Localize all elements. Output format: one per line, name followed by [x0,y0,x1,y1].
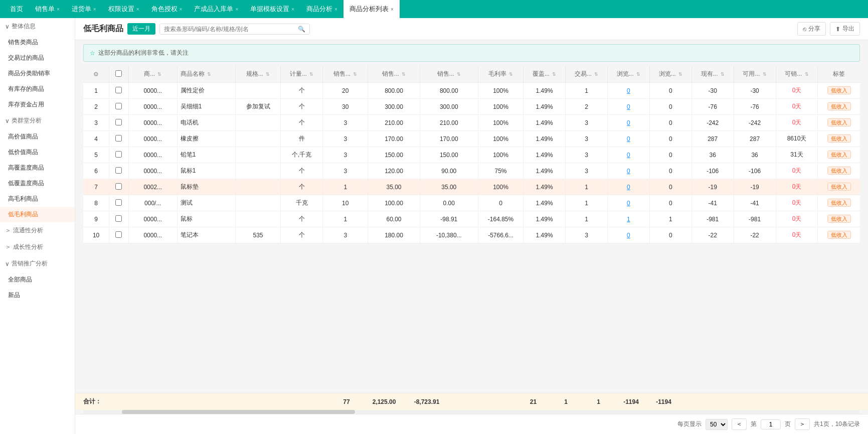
sidebar-item-new-goods[interactable]: 新品 [0,287,75,303]
th-view1[interactable]: 浏览... ⇅ [607,66,649,83]
search-input[interactable] [164,26,298,33]
th-sale2[interactable]: 销售... ⇅ [368,66,420,83]
view1-link[interactable]: 0 [627,119,630,126]
nav-roles[interactable]: 角色授权 × [145,0,189,18]
cell-view1[interactable]: 0 [607,83,649,99]
sidebar-item-low-coverage[interactable]: 低覆盖度商品 [0,176,75,191]
select-all-checkbox[interactable] [115,70,122,77]
row-checkbox[interactable] [115,103,122,109]
th-tag[interactable]: 标签 [818,66,860,83]
cell-checkbox[interactable] [109,83,129,99]
nav-permissions[interactable]: 权限设置 × [102,0,145,18]
nav-goods-analysis[interactable]: 商品分析 × [300,0,343,18]
th-curr[interactable]: 现有... ⇅ [691,66,734,83]
cell-checkbox[interactable] [109,227,129,243]
cell-checkbox[interactable] [109,147,129,163]
th-spec[interactable]: 规格... ⇅ [235,66,280,83]
th-unit[interactable]: 计量... ⇅ [281,66,323,83]
export-button[interactable]: ⬆ 导出 [830,22,860,36]
cell-view1[interactable]: 0 [607,195,649,211]
view1-link[interactable]: 0 [627,152,630,159]
sidebar-group-overall[interactable]: ∨ 整体信息 [0,18,75,35]
sidebar-item-high-value[interactable]: 高价值商品 [0,129,75,144]
th-code[interactable]: 商... ⇅ [128,66,177,83]
sidebar-item-low-value[interactable]: 低价值商品 [0,144,75,160]
th-checkbox[interactable] [109,66,129,83]
gear-icon[interactable]: ⚙ [93,71,99,78]
row-checkbox[interactable] [115,135,122,141]
page-input[interactable] [761,419,781,429]
cell-view1[interactable]: 0 [607,147,649,163]
nav-goods-analysis-list[interactable]: 商品分析列表 × [343,0,400,18]
horizontal-scrollbar[interactable] [83,410,860,414]
view1-link[interactable]: 0 [627,200,630,207]
row-checkbox[interactable] [115,167,122,174]
cell-view1[interactable]: 0 [607,115,649,131]
th-sale1[interactable]: 销售... ⇅ [323,66,368,83]
search-icon[interactable]: 🔍 [298,26,305,33]
nav-permissions-close[interactable]: × [136,7,139,12]
nav-home[interactable]: 首页 [4,0,29,18]
row-checkbox[interactable] [115,199,122,206]
nav-purchase-close[interactable]: × [93,7,96,12]
th-name[interactable]: 商品名称 ⇅ [177,66,235,83]
nav-goods-analysis-list-close[interactable]: × [391,7,394,12]
row-checkbox[interactable] [115,231,122,238]
cell-view1[interactable]: 0 [607,131,649,147]
sidebar-item-all-goods[interactable]: 全部商品 [0,272,75,287]
nav-purchase[interactable]: 进货单 × [66,0,102,18]
cell-view1[interactable]: 0 [607,179,649,195]
sidebar-item-traded-goods[interactable]: 交易过的商品 [0,50,75,66]
view1-link[interactable]: 0 [627,87,630,94]
cell-checkbox[interactable] [109,99,129,115]
row-checkbox[interactable] [115,87,122,93]
sidebar-group-marketing[interactable]: ∨ 营销推广分析 [0,255,75,272]
cell-checkbox[interactable] [109,195,129,211]
sidebar-item-high-margin[interactable]: 高毛利商品 [0,191,75,207]
table-container[interactable]: ⚙ 商... ⇅ 商品名称 ⇅ [83,66,860,393]
nav-sales[interactable]: 销售单 × [29,0,66,18]
row-checkbox[interactable] [115,151,122,158]
th-view2[interactable]: 浏览... ⇅ [649,66,691,83]
cell-checkbox[interactable] [109,179,129,195]
th-sale3[interactable]: 销售... ⇅ [420,66,478,83]
view1-link[interactable]: 0 [627,103,630,110]
prev-page-button[interactable]: ＜ [732,418,747,430]
th-sell[interactable]: 可销... ⇅ [776,66,818,83]
th-margin[interactable]: 毛利率 ⇅ [478,66,523,83]
nav-goods-analysis-close[interactable]: × [334,7,337,12]
nav-product-entry[interactable]: 产成品入库单 × [188,0,244,18]
cell-checkbox[interactable] [109,163,129,179]
nav-product-entry-close[interactable]: × [235,7,238,12]
sidebar-item-stock-capital[interactable]: 库存资金占用 [0,97,75,112]
nav-template-close[interactable]: × [291,7,294,12]
row-checkbox[interactable] [115,119,122,125]
period-button[interactable]: 近一月 [127,23,155,35]
nav-sales-close[interactable]: × [57,7,60,12]
sidebar-group-cluster[interactable]: ∨ 类群堂分析 [0,112,75,129]
row-checkbox[interactable] [115,183,122,190]
sidebar-item-low-margin[interactable]: 低毛利商品 [0,207,75,222]
th-settings[interactable]: ⚙ [83,66,109,83]
cell-view1[interactable]: 0 [607,99,649,115]
cell-checkbox[interactable] [109,211,129,227]
cell-view1[interactable]: 0 [607,163,649,179]
cell-checkbox[interactable] [109,131,129,147]
th-trade[interactable]: 交易... ⇅ [566,66,608,83]
sidebar-group-circulation[interactable]: ＞ 流通性分析 [0,222,75,239]
sidebar-item-high-coverage[interactable]: 高覆盖度商品 [0,160,75,176]
sidebar-item-in-stock[interactable]: 有库存的商品 [0,81,75,97]
nav-roles-close[interactable]: × [180,7,183,12]
sidebar-item-category-rate[interactable]: 商品分类助销率 [0,66,75,81]
th-avail[interactable]: 可用... ⇅ [734,66,776,83]
next-page-button[interactable]: ＞ [795,418,810,430]
view1-link[interactable]: 1 [627,216,630,223]
scrollbar-thumb[interactable] [122,410,355,414]
th-cover[interactable]: 覆盖... ⇅ [524,66,566,83]
nav-template[interactable]: 单据模板设置 × [244,0,300,18]
sidebar-item-sales-goods[interactable]: 销售类商品 [0,35,75,50]
view1-link[interactable]: 0 [627,232,630,239]
cell-checkbox[interactable] [109,115,129,131]
view1-link[interactable]: 0 [627,135,630,142]
view1-link[interactable]: 0 [627,168,630,175]
